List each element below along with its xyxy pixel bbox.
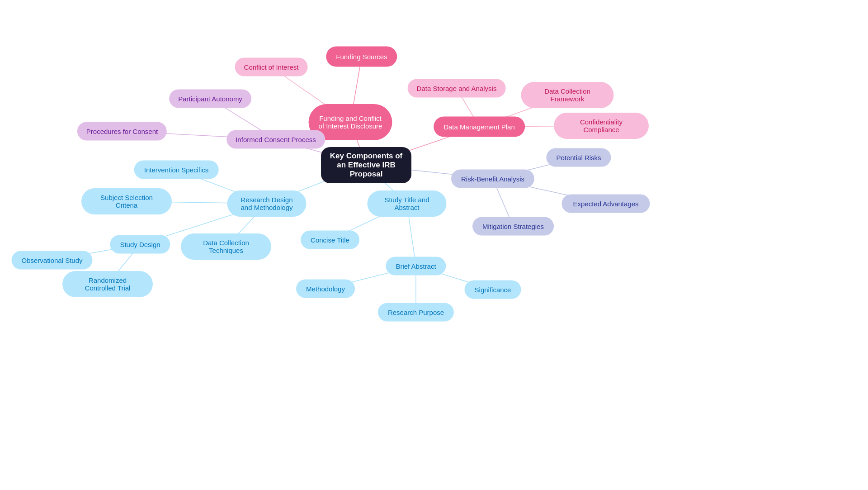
node-data_management: Data Management Plan	[434, 117, 525, 137]
node-risk_benefit: Risk-Benefit Analysis	[451, 170, 534, 188]
node-methodology: Methodology	[296, 280, 355, 298]
node-research_purpose: Research Purpose	[378, 303, 454, 322]
node-conflict_of_interest: Conflict of Interest	[235, 58, 308, 76]
node-potential_risks: Potential Risks	[546, 148, 611, 167]
node-mitigation_strategies: Mitigation Strategies	[472, 217, 554, 236]
node-subject_selection: Subject Selection Criteria	[81, 188, 172, 214]
node-procedures_consent: Procedures for Consent	[77, 122, 167, 141]
node-expected_advantages: Expected Advantages	[562, 195, 650, 213]
node-study_design: Study Design	[110, 235, 170, 254]
node-study_title: Study Title and Abstract	[368, 190, 447, 217]
node-participant_autonomy: Participant Autonomy	[169, 90, 251, 108]
node-observational_study: Observational Study	[11, 251, 92, 270]
node-funding_sources: Funding Sources	[326, 47, 397, 67]
node-research_design: Research Design and Methodology	[227, 190, 307, 217]
node-significance: Significance	[465, 281, 521, 299]
node-center: Key Components of an Effective IRB Propo…	[321, 147, 411, 183]
node-data_collection_tech: Data Collection Techniques	[181, 233, 271, 260]
node-data_collection_fw: Data Collection Framework	[521, 82, 614, 108]
node-brief_abstract: Brief Abstract	[386, 257, 446, 276]
node-data_storage: Data Storage and Analysis	[408, 79, 506, 98]
node-confidentiality: Confidentiality Compliance	[554, 113, 649, 139]
node-randomized_trial: Randomized Controlled Trial	[62, 271, 153, 297]
mindmap-container: Key Components of an Effective IRB Propo…	[0, 0, 868, 490]
node-concise_title: Concise Title	[301, 231, 359, 249]
node-intervention_specifics: Intervention Specifics	[134, 161, 219, 179]
node-informed_consent: Informed Consent Process	[226, 130, 325, 149]
